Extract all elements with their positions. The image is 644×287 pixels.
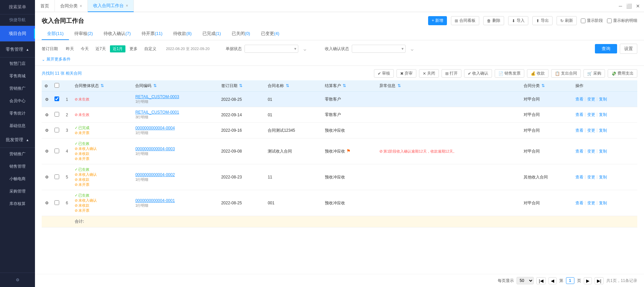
- action-sales-invoice[interactable]: 📄 销售发票: [495, 69, 524, 78]
- contract-code-link[interactable]: RETAIL_CUSTOM-0001: [135, 110, 179, 115]
- first-page-btn[interactable]: |◀: [536, 277, 545, 284]
- op-btn-查看[interactable]: 查看: [575, 200, 583, 206]
- sidebar-item-retail-stats[interactable]: 零售统计: [0, 107, 35, 120]
- col-sign-date[interactable]: 签订日期 ⇅: [219, 80, 265, 92]
- tab-home[interactable]: 首页: [35, 0, 55, 12]
- row-checkbox[interactable]: [54, 174, 59, 179]
- select-all-checkbox[interactable]: [54, 83, 59, 88]
- row-checkbox[interactable]: [54, 149, 59, 153]
- sidebar-quick-nav[interactable]: 快捷导航: [0, 14, 35, 26]
- date-btn-custom[interactable]: 自定义: [142, 45, 159, 52]
- op-btn-变更[interactable]: 变更: [587, 149, 595, 154]
- row-settings-icon[interactable]: ⚙: [42, 92, 52, 107]
- row-settings-icon[interactable]: ⚙: [42, 138, 52, 164]
- op-btn-查看[interactable]: 查看: [575, 149, 583, 154]
- row-checkbox[interactable]: [54, 128, 59, 132]
- close-icon[interactable]: ✕: [636, 3, 640, 9]
- status-tab-done[interactable]: 已完成(1): [197, 28, 226, 40]
- tab-contract-classify[interactable]: 合同分类 ×: [55, 0, 88, 12]
- op-btn-变更[interactable]: 变更: [587, 128, 595, 133]
- contract-code-link[interactable]: 0000000000004-0002: [135, 172, 175, 177]
- col-contract-type[interactable]: 合同分类 ⇅: [521, 80, 573, 92]
- action-expense-out[interactable]: 💸 费用支出: [608, 69, 637, 78]
- export-button[interactable]: ⬆ 导出: [532, 16, 553, 25]
- col-overall-status[interactable]: 合同整体状态 ⇅: [72, 80, 132, 92]
- sidebar-item-retail-mgr[interactable]: 零售管理 ▲: [0, 42, 35, 57]
- add-button[interactable]: + 新增: [428, 16, 447, 25]
- next-page-btn[interactable]: ▶: [584, 277, 592, 284]
- sidebar-item-base-info[interactable]: 基础信息: [0, 120, 35, 132]
- contract-code-link[interactable]: RETAIL_CUSTOM-0003: [135, 94, 179, 99]
- status-tab-all[interactable]: 全部(11): [42, 28, 69, 40]
- op-btn-查看[interactable]: 查看: [575, 128, 583, 133]
- sidebar-item-project[interactable]: 项目合同: [0, 26, 35, 42]
- date-btn-today[interactable]: 今天: [78, 45, 91, 52]
- action-close[interactable]: ✕ 关闭: [419, 69, 439, 78]
- date-btn-last1month[interactable]: 近1月: [110, 45, 126, 52]
- col-contract-name[interactable]: 合同名称 ⇅: [265, 80, 322, 92]
- op-btn-复制[interactable]: 复制: [599, 112, 607, 118]
- action-review[interactable]: ✔ 审核: [374, 69, 394, 78]
- status-tab-pending-invoice[interactable]: 待开票(11): [136, 28, 168, 40]
- sidebar-item-inventory[interactable]: 库存核算: [0, 198, 35, 210]
- minimize-icon[interactable]: ─: [619, 3, 622, 9]
- action-purchase[interactable]: 🛒 采购: [583, 69, 605, 78]
- contract-code-link[interactable]: 0000000000004-0004: [135, 126, 175, 130]
- prev-page-btn[interactable]: ◀: [548, 277, 557, 284]
- op-btn-复制[interactable]: 复制: [599, 174, 607, 180]
- action-income-confirm[interactable]: ✔ 收入确认: [464, 69, 492, 78]
- date-btn-more[interactable]: 更多: [127, 45, 140, 52]
- import-button[interactable]: ⬇ 导入: [508, 16, 528, 25]
- sidebar-item-sales-mgr[interactable]: 销售管理: [0, 160, 35, 173]
- tab-close-contract-classify[interactable]: ×: [80, 4, 82, 8]
- status-tab-pending-income[interactable]: 待收入确认(7): [98, 28, 136, 40]
- row-settings-icon[interactable]: ⚙: [42, 190, 52, 216]
- sidebar-item-smart-shop[interactable]: 智慧门店: [0, 57, 35, 70]
- op-btn-查看[interactable]: 查看: [575, 96, 583, 102]
- per-page-select[interactable]: 50 100 200: [517, 277, 534, 284]
- op-btn-查看[interactable]: 查看: [575, 112, 583, 118]
- row-checkbox[interactable]: [54, 200, 59, 205]
- action-abandon[interactable]: ✖ 弃审: [396, 69, 416, 78]
- op-btn-变更[interactable]: 变更: [587, 174, 595, 180]
- tab-close-income-workbench[interactable]: ×: [126, 3, 128, 8]
- sidebar-settings[interactable]: ⚙: [0, 273, 35, 287]
- op-btn-复制[interactable]: 复制: [599, 96, 607, 102]
- maximize-icon[interactable]: ⬜: [626, 3, 632, 9]
- sidebar-item-marketing2[interactable]: 营销推广: [0, 148, 35, 160]
- last-page-btn[interactable]: ▶|: [595, 277, 604, 284]
- income-confirm-select[interactable]: [352, 45, 406, 53]
- op-btn-复制[interactable]: 复制: [599, 200, 607, 206]
- doc-status-select[interactable]: [244, 45, 298, 53]
- status-tab-changed[interactable]: 已变更(4): [256, 28, 285, 40]
- sidebar-item-marketing[interactable]: 营销推广: [0, 82, 35, 95]
- contract-code-link[interactable]: 0000000000004-0001: [135, 198, 175, 203]
- show-detail-checkbox[interactable]: 显示标的明细: [607, 18, 637, 24]
- delete-button[interactable]: 🗑 删除: [483, 16, 504, 25]
- show-segment-checkbox[interactable]: 显示阶段: [581, 18, 603, 24]
- sidebar-item-purchase-mgr[interactable]: 采购管理: [0, 185, 35, 198]
- expand-filter-button[interactable]: ⌄ 展开更多条件: [42, 56, 71, 62]
- filter-settings-button[interactable]: 设置: [620, 44, 637, 54]
- row-checkbox[interactable]: [54, 112, 59, 117]
- col-settings[interactable]: ⚙: [42, 80, 52, 92]
- row-settings-icon[interactable]: ⚙: [42, 123, 52, 138]
- col-contract-code[interactable]: 合同编码 ⇅: [132, 80, 218, 92]
- op-btn-复制[interactable]: 复制: [599, 149, 607, 154]
- col-error-info[interactable]: 异常信息 ⇅: [377, 80, 521, 92]
- sidebar-search[interactable]: 搜索菜单: [0, 0, 35, 14]
- action-support-contract[interactable]: 📋 支出合同: [551, 69, 581, 78]
- op-btn-复制[interactable]: 复制: [599, 128, 607, 133]
- action-collect[interactable]: 💰 收款: [527, 69, 548, 78]
- query-button[interactable]: 查询: [595, 44, 617, 53]
- row-settings-icon[interactable]: ⚙: [42, 164, 52, 190]
- op-btn-变更[interactable]: 变更: [587, 112, 595, 118]
- refresh-button[interactable]: ↻ 刷新: [557, 16, 577, 25]
- row-settings-icon[interactable]: ⚙: [42, 107, 52, 123]
- op-btn-变更[interactable]: 变更: [587, 96, 595, 102]
- op-btn-变更[interactable]: 变更: [587, 200, 595, 206]
- contract-code-link[interactable]: 0000000000004-0003: [135, 147, 175, 151]
- tab-income-workbench[interactable]: 收入合同工作台 ×: [88, 0, 134, 12]
- contract-board-button[interactable]: ⊞ 合同看板: [451, 16, 479, 25]
- date-btn-yesterday[interactable]: 昨天: [63, 45, 77, 52]
